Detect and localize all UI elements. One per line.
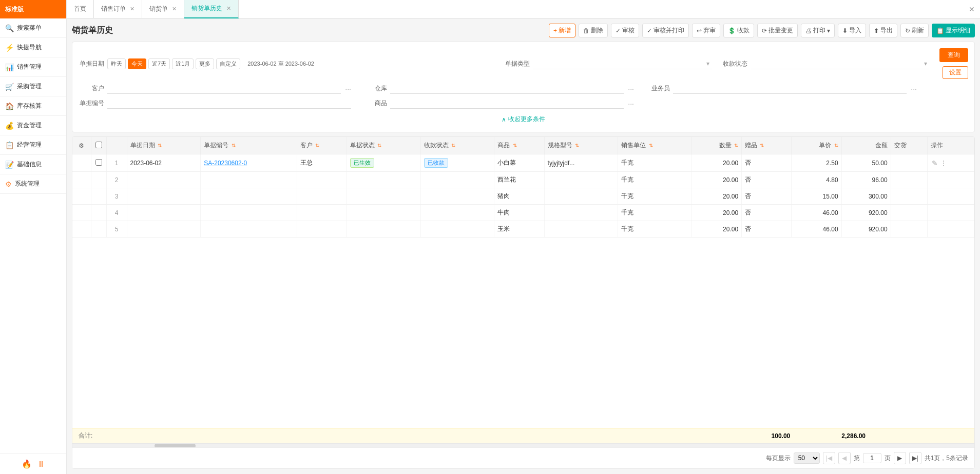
cell-sales-unit: 千克 bbox=[618, 188, 692, 205]
edit-icon[interactable]: ✎ bbox=[932, 159, 938, 167]
col-sales-unit-label: 销售单位 bbox=[621, 142, 646, 149]
sidebar-item-quick-nav[interactable]: ⚡ 快捷导航 bbox=[0, 38, 66, 57]
delete-button[interactable]: 🗑 删除 bbox=[579, 24, 608, 37]
col-customer[interactable]: 客户 ⇅ bbox=[297, 137, 347, 154]
new-button[interactable]: + 新增 bbox=[549, 24, 575, 37]
sys-mgmt-icon: ⚙ bbox=[5, 180, 12, 188]
cell-date bbox=[127, 205, 201, 221]
tab-delivery-history-close[interactable]: ✕ bbox=[226, 5, 231, 12]
batch-change-button[interactable]: ⟳ 批量变更 bbox=[757, 24, 798, 37]
pause-icon[interactable]: ⏸ bbox=[37, 460, 45, 469]
fire-icon[interactable]: 🔥 bbox=[22, 459, 32, 469]
print-button[interactable]: 🖨 打印 ▾ bbox=[801, 24, 835, 37]
col-date[interactable]: 单据日期 ⇅ bbox=[127, 137, 201, 154]
doc-no-input[interactable] bbox=[107, 98, 351, 109]
staff-input[interactable] bbox=[673, 83, 907, 94]
first-page-button[interactable]: |◀ bbox=[823, 452, 835, 464]
query-button[interactable]: 查询 bbox=[939, 48, 968, 62]
sort-date-icon: ⇅ bbox=[158, 143, 162, 148]
col-check[interactable] bbox=[91, 137, 106, 154]
sidebar-item-finance[interactable]: 💰 资金管理 bbox=[0, 116, 66, 135]
abandon-label: 弃审 bbox=[703, 26, 716, 35]
scroll-bar[interactable] bbox=[72, 443, 974, 447]
refresh-button[interactable]: ↻ 刷新 bbox=[900, 24, 929, 37]
row-checkbox[interactable] bbox=[95, 159, 102, 166]
cell-check[interactable] bbox=[91, 205, 106, 221]
tab-delivery[interactable]: 销货单 ✕ bbox=[142, 0, 184, 18]
col-gift[interactable]: 赠品 ⇅ bbox=[742, 137, 792, 154]
tab-home-label: 首页 bbox=[74, 5, 86, 13]
filter-customer: 客户 ··· bbox=[79, 83, 351, 94]
col-doc-no[interactable]: 单据编号 ⇅ bbox=[201, 137, 297, 154]
sidebar-item-purchase[interactable]: 🛒 采购管理 bbox=[0, 77, 66, 96]
cell-check[interactable] bbox=[91, 188, 106, 205]
sidebar-item-basic-info[interactable]: 📝 基础信息 bbox=[0, 155, 66, 174]
sidebar-item-sales[interactable]: 📊 销售管理 bbox=[0, 57, 66, 77]
collapse-button[interactable]: ∧ 收起更多条件 bbox=[79, 113, 968, 126]
staff-dots[interactable]: ··· bbox=[911, 85, 917, 93]
set-button[interactable]: 设置 bbox=[943, 66, 968, 79]
customer-dots[interactable]: ··· bbox=[345, 85, 351, 93]
sidebar-item-search-menu[interactable]: 🔍 搜索菜单 bbox=[0, 18, 66, 38]
collect-status-label: 收款状态 bbox=[722, 60, 747, 68]
date-btn-7days[interactable]: 近7天 bbox=[148, 58, 170, 69]
import-button[interactable]: ⬇ 导入 bbox=[838, 24, 866, 37]
tab-sales-order[interactable]: 销售订单 ✕ bbox=[94, 0, 142, 18]
col-sales-unit[interactable]: 销售单位 ⇅ bbox=[618, 137, 692, 154]
tab-home[interactable]: 首页 bbox=[67, 0, 94, 18]
next-page-button[interactable]: ▶ bbox=[894, 452, 906, 464]
col-quantity-label: 数量 bbox=[719, 142, 732, 149]
cell-unit-price: 4.80 bbox=[792, 172, 841, 188]
warehouse-input[interactable] bbox=[390, 83, 624, 94]
tab-delivery-close[interactable]: ✕ bbox=[172, 6, 177, 12]
sidebar-item-inventory[interactable]: 🏠 库存核算 bbox=[0, 96, 66, 116]
cell-check[interactable] bbox=[91, 154, 106, 172]
filter-actions: 查询 设置 bbox=[939, 48, 968, 79]
doc-no-link[interactable]: SA-20230602-0 bbox=[204, 160, 247, 167]
more-op-icon[interactable]: ⋮ bbox=[940, 159, 947, 167]
cell-no: 4 bbox=[106, 205, 127, 221]
cell-check[interactable] bbox=[91, 172, 106, 188]
sidebar-item-sys-mgmt[interactable]: ⚙ 系统管理 bbox=[0, 174, 66, 194]
sidebar-item-operations[interactable]: 📋 经营管理 bbox=[0, 135, 66, 155]
show-detail-icon: 📋 bbox=[936, 27, 944, 34]
col-collect-status[interactable]: 收款状态 ⇅ bbox=[420, 137, 494, 154]
audit-button[interactable]: ✓ 审核 bbox=[611, 24, 639, 37]
audit-print-button[interactable]: ✓ 审核并打印 bbox=[642, 24, 689, 37]
show-detail-button[interactable]: 📋 显示明细 bbox=[932, 24, 975, 37]
warehouse-dots[interactable]: ··· bbox=[628, 85, 634, 93]
cell-quantity: 20.00 bbox=[691, 221, 741, 238]
collect-button[interactable]: 💲 收款 bbox=[723, 24, 754, 37]
goods-dots[interactable]: ··· bbox=[628, 100, 634, 108]
date-btn-more[interactable]: 更多 bbox=[196, 58, 214, 69]
date-btn-1month[interactable]: 近1月 bbox=[172, 58, 194, 69]
prev-page-button[interactable]: ◀ bbox=[838, 452, 851, 464]
abandon-button[interactable]: ↩ 弃审 bbox=[692, 24, 720, 37]
tab-delivery-history[interactable]: 销货单历史 ✕ bbox=[184, 0, 239, 18]
page-input[interactable] bbox=[863, 453, 881, 463]
date-btn-custom[interactable]: 自定义 bbox=[216, 58, 240, 69]
col-quantity[interactable]: 数量 ⇅ bbox=[691, 137, 741, 154]
col-goods[interactable]: 商品 ⇅ bbox=[494, 137, 544, 154]
collect-status-select[interactable]: ▾ bbox=[751, 58, 929, 69]
new-label: 新增 bbox=[559, 26, 571, 35]
cell-check[interactable] bbox=[91, 221, 106, 238]
inventory-icon: 🏠 bbox=[5, 102, 14, 110]
col-doc-status[interactable]: 单据状态 ⇅ bbox=[347, 137, 421, 154]
date-btn-today[interactable]: 今天 bbox=[128, 58, 146, 69]
customer-input[interactable] bbox=[107, 83, 341, 94]
close-all-tabs[interactable]: ✕ bbox=[964, 5, 980, 13]
per-page-select[interactable]: 50 20 100 bbox=[794, 452, 820, 464]
table-container[interactable]: ⚙ 单据日期 ⇅ 单据编号 ⇅ bbox=[72, 137, 974, 428]
doc-type-select[interactable]: ▾ bbox=[533, 58, 712, 69]
date-btn-yesterday[interactable]: 昨天 bbox=[107, 58, 126, 69]
col-unit-price[interactable]: 单价 ⇅ bbox=[792, 137, 841, 154]
col-settings[interactable]: ⚙ bbox=[72, 137, 91, 154]
goods-input[interactable] bbox=[390, 98, 624, 109]
select-all-checkbox[interactable] bbox=[95, 142, 102, 148]
cell-operation bbox=[928, 221, 974, 238]
tab-sales-order-close[interactable]: ✕ bbox=[130, 6, 134, 12]
last-page-button[interactable]: ▶| bbox=[909, 452, 921, 464]
col-spec[interactable]: 规格型号 ⇅ bbox=[544, 137, 618, 154]
export-button[interactable]: ⬆ 导出 bbox=[869, 24, 897, 37]
